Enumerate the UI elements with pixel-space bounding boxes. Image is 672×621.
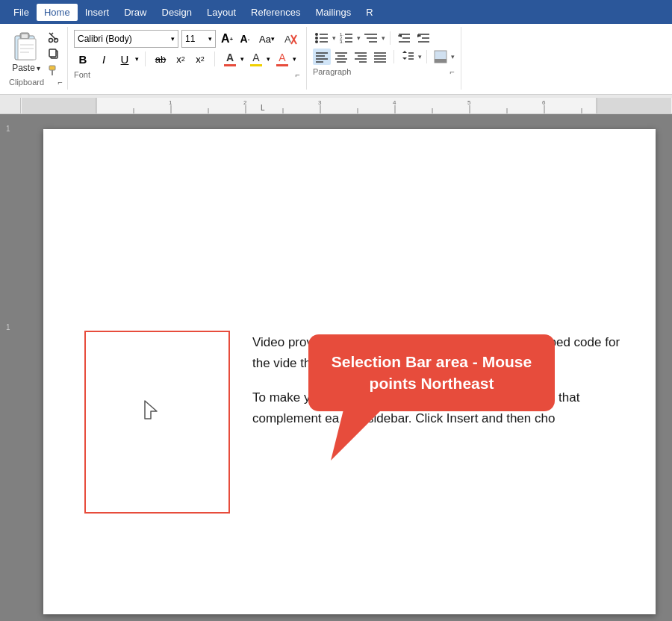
page-marker-1: 1 xyxy=(6,125,10,133)
left-sidebar: 1 1 xyxy=(0,114,21,621)
paragraph-section: ▾ 1. 2. 3. ▾ ▾ xyxy=(307,27,461,90)
ruler-svg: 1 2 3 4 5 6 L xyxy=(21,98,672,113)
paragraph-label: Paragraph xyxy=(313,67,351,76)
align-right-button[interactable] xyxy=(352,49,370,65)
svg-rect-16 xyxy=(49,66,55,70)
bold-button[interactable]: B xyxy=(74,50,92,68)
superscript-button[interactable]: x2 xyxy=(192,50,208,68)
svg-text:3.: 3. xyxy=(340,40,343,44)
font-label: Font xyxy=(74,70,90,79)
document-area: 1 1 Selection Bar area - Mouse points No… xyxy=(0,114,672,621)
svg-text:L: L xyxy=(261,104,265,112)
highlight-button[interactable]: A xyxy=(247,50,265,68)
clipboard-small-buttons xyxy=(45,30,63,78)
paste-icon xyxy=(12,31,40,63)
underline-arrow[interactable]: ▾ xyxy=(135,55,139,63)
selection-box xyxy=(84,331,230,514)
font-size-dropdown[interactable]: 11 ▾ xyxy=(181,30,216,48)
svg-line-11 xyxy=(51,33,53,35)
format-painter-button[interactable] xyxy=(45,63,63,78)
clipboard-label-row: Clipboard ⌐ xyxy=(9,78,63,87)
multilevel-arrow[interactable]: ▾ xyxy=(382,34,385,42)
ruler-main: 1 2 3 4 5 6 L xyxy=(21,98,672,113)
para-shading-arrow[interactable]: ▾ xyxy=(451,53,455,60)
doc-scroll: Selection Bar area - Mouse points Northe… xyxy=(21,114,672,621)
paste-button[interactable]: Paste ▾ xyxy=(9,30,43,75)
font-name-arrow: ▾ xyxy=(171,35,175,43)
paste-dropdown[interactable]: ▾ xyxy=(37,64,40,72)
menu-layout[interactable]: Layout xyxy=(199,4,243,21)
svg-point-21 xyxy=(315,33,318,36)
numbered-list-button[interactable]: 1. 2. 3. xyxy=(337,30,355,46)
font-shrink-button[interactable]: A- xyxy=(237,30,253,48)
svg-rect-71 xyxy=(597,98,671,113)
shading-button[interactable]: A xyxy=(273,50,291,68)
font-color-arrow[interactable]: ▾ xyxy=(240,55,244,63)
svg-text:2: 2 xyxy=(243,99,247,106)
bullets-button[interactable] xyxy=(313,30,331,46)
align-left-icon xyxy=(314,49,329,64)
para-shading-button[interactable] xyxy=(432,49,449,65)
copy-button[interactable] xyxy=(45,46,63,61)
decrease-indent-button[interactable] xyxy=(395,30,413,46)
numbered-arrow[interactable]: ▾ xyxy=(357,34,361,42)
menu-draw[interactable]: Draw xyxy=(116,4,154,21)
underline-button[interactable]: U xyxy=(116,50,134,68)
svg-text:5: 5 xyxy=(467,99,471,106)
callout-container: Selection Bar area - Mouse points Northe… xyxy=(308,334,555,411)
clipboard-expand[interactable]: ⌐ xyxy=(58,78,63,87)
page: Selection Bar area - Mouse points Northe… xyxy=(43,129,656,614)
align-right-icon xyxy=(353,49,368,64)
callout-text: Selection Bar area - Mouse points Northe… xyxy=(332,353,532,392)
menu-references[interactable]: References xyxy=(243,4,308,21)
copy-icon xyxy=(48,48,60,60)
ruler-left-margin xyxy=(0,98,21,113)
ruler: 1 2 3 4 5 6 L xyxy=(0,98,672,114)
svg-text:6: 6 xyxy=(542,99,546,106)
bullets-arrow[interactable]: ▾ xyxy=(332,34,336,42)
svg-rect-68 xyxy=(435,59,447,63)
svg-rect-69 xyxy=(22,98,671,113)
menu-design[interactable]: Design xyxy=(155,4,199,21)
highlight-arrow[interactable]: ▾ xyxy=(267,55,270,63)
menu-file[interactable]: File xyxy=(6,4,37,21)
line-spacing-arrow[interactable]: ▾ xyxy=(418,53,422,60)
aa-button[interactable]: Aa▾ xyxy=(256,30,278,48)
menu-insert[interactable]: Insert xyxy=(78,4,117,21)
menu-more[interactable]: R xyxy=(358,4,380,21)
justify-button[interactable] xyxy=(371,49,389,65)
menu-home[interactable]: Home xyxy=(37,4,78,21)
clear-format-button[interactable]: A xyxy=(281,30,300,48)
line-spacing-button[interactable] xyxy=(399,49,417,65)
font-name-dropdown[interactable]: Calibri (Body) ▾ xyxy=(74,30,178,48)
font-expand[interactable]: ⌐ xyxy=(295,70,299,79)
cut-button[interactable] xyxy=(45,30,63,45)
increase-indent-button[interactable] xyxy=(414,30,432,46)
strikethrough-button[interactable]: ab xyxy=(152,50,169,68)
align-left-button[interactable] xyxy=(313,49,331,65)
svg-rect-6 xyxy=(18,39,36,60)
multilevel-button[interactable] xyxy=(362,30,380,46)
paragraph-expand[interactable]: ⌐ xyxy=(449,67,454,76)
font-color-button[interactable]: A xyxy=(221,50,239,68)
svg-point-25 xyxy=(315,40,318,43)
shading-arrow[interactable]: ▾ xyxy=(293,55,296,63)
mouse-cursor xyxy=(142,398,163,425)
paste-label: Paste xyxy=(12,63,35,73)
font-size-arrow: ▾ xyxy=(208,35,212,43)
svg-point-13 xyxy=(55,39,58,43)
svg-rect-2 xyxy=(22,34,28,38)
align-center-button[interactable] xyxy=(332,49,350,65)
justify-icon xyxy=(373,49,388,64)
italic-button[interactable]: I xyxy=(95,50,113,68)
callout-bubble: Selection Bar area - Mouse points Northe… xyxy=(308,334,555,411)
subscript-button[interactable]: x2 xyxy=(172,50,189,68)
align-center-icon xyxy=(334,49,349,64)
svg-point-23 xyxy=(315,37,318,40)
svg-marker-63 xyxy=(402,57,407,60)
svg-point-12 xyxy=(49,39,53,43)
font-grow-button[interactable]: A+ xyxy=(219,30,235,48)
font-size-value: 11 xyxy=(185,34,195,44)
numbered-list-icon: 1. 2. 3. xyxy=(339,31,354,46)
menu-mailings[interactable]: Mailings xyxy=(308,4,359,21)
